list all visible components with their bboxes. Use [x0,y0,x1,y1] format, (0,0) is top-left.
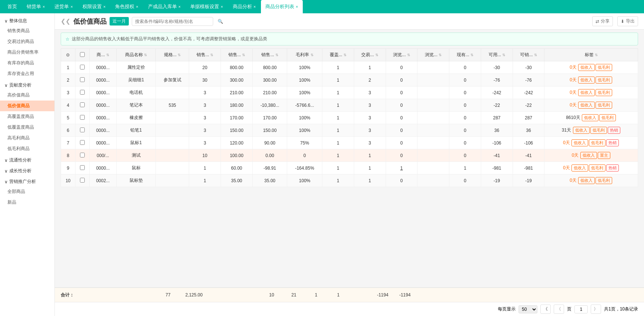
select-all-checkbox[interactable] [80,52,85,57]
cell-browse2 [417,99,449,112]
nav-permission[interactable]: 权限设置 × [78,0,110,13]
sidebar-group-overall[interactable]: ∨ 整体信息 [0,15,54,26]
cell-tags: 31天 低收入低毛利热销 [544,124,638,137]
cell-gross-rate: 100% [287,124,322,137]
cell-checkbox[interactable] [75,124,89,137]
col-tags[interactable]: 标签 ⇅ [544,49,638,61]
nav-close-list[interactable]: × [296,4,298,9]
cell-name: 属性定价 [117,61,156,74]
nav-close-purchase[interactable]: × [70,4,73,9]
cell-checkbox[interactable] [75,149,89,162]
period-button[interactable]: 近一月 [110,17,129,26]
top-nav: 首页 销货单 × 进货单 × 权限设置 × 角色授权 × 产成品入库单 × 单据… [0,0,644,13]
row-checkbox[interactable] [80,115,85,120]
col-settings[interactable]: ⚙ [61,49,76,61]
sidebar-group-growth[interactable]: ∨ 成长性分析 [0,165,54,176]
sidebar-group-circulation[interactable]: ∨ 流通性分析 [0,154,54,165]
sidebar-group-marketing[interactable]: ∨ 营销推广分析 [0,176,54,186]
nav-close-goods[interactable]: × [254,4,256,9]
nav-goods-analysis[interactable]: 商品分析 × [228,0,260,13]
sidebar-item-new-goods[interactable]: 新品 [0,197,54,208]
nav-template-settings[interactable]: 单据模板设置 × [186,0,227,13]
row-checkbox[interactable] [80,102,85,107]
cell-checkbox[interactable] [75,174,89,187]
row-checkbox[interactable] [80,77,85,82]
cell-checkbox[interactable] [75,137,89,149]
search-icon[interactable]: 🔍 [218,19,223,24]
row-checkbox[interactable] [80,140,85,145]
browse-link[interactable]: 1 [400,166,403,171]
col-browse2[interactable]: 浏览... ⇅ [417,49,449,61]
nav-role-auth[interactable]: 角色授权 × [111,0,142,13]
nav-close-sales[interactable]: × [43,4,45,9]
nav-product-inbound[interactable]: 产成品入库单 × [144,0,185,13]
col-name[interactable]: 商品名称 ⇅ [117,49,156,61]
group-label-overall: 整体信息 [9,18,27,24]
col-current-stock[interactable]: 现有... ⇅ [449,49,481,61]
row-checkbox[interactable] [80,153,85,157]
sidebar-item-high-value[interactable]: 高价值商品 [0,90,54,101]
nav-purchase-order[interactable]: 进货单 × [50,0,77,13]
prev-page-btn[interactable]: 〈 [554,305,564,314]
nav-goods-list[interactable]: 商品分析列表 × [261,0,302,13]
sidebar-item-high-coverage[interactable]: 高覆盖度商品 [0,111,54,122]
nav-sales-order[interactable]: 销货单 × [22,0,49,13]
cell-checkbox[interactable] [75,61,89,74]
row-checkbox[interactable] [80,178,85,183]
tag-置主: 置主 [598,152,610,159]
col-gross-rate[interactable]: 毛利率 ⇅ [287,49,322,61]
nav-close-role[interactable]: × [136,4,138,9]
col-sales-amount[interactable]: 销售... ⇅ [221,49,252,61]
sidebar-item-low-coverage[interactable]: 低覆盖度商品 [0,122,54,133]
settings-icon[interactable]: ⚙ [66,52,70,58]
sidebar-item-sales-goods[interactable]: 销售类商品 [0,26,54,36]
col-checkbox[interactable] [75,49,89,61]
first-page-btn[interactable]: 《 [540,305,551,314]
col-qty[interactable]: 销售... ⇅ [189,49,221,61]
sidebar-item-all-goods[interactable]: 全部商品 [0,186,54,197]
cell-checkbox[interactable] [75,112,89,124]
row-checkbox[interactable] [80,65,85,69]
sidebar-item-low-margin[interactable]: 低毛利商品 [0,143,54,154]
col-spec[interactable]: 规格... ⇅ [156,49,189,61]
col-sales-cost[interactable]: 销售... ⇅ [252,49,287,61]
nav-home[interactable]: 首页 [3,0,21,13]
col-browse1[interactable]: 浏览... ⇅ [386,49,417,61]
nav-close-inbound[interactable]: × [178,4,181,9]
cell-checkbox[interactable] [75,99,89,112]
cell-checkbox[interactable] [75,162,89,174]
sidebar-item-high-margin[interactable]: 高毛利商品 [0,133,54,143]
col-coverage[interactable]: 覆盖... ⇅ [322,49,354,61]
nav-close-permission[interactable]: × [103,4,105,9]
next-page-btn[interactable]: 〉 [591,305,601,314]
tag-低毛利: 低毛利 [596,89,612,96]
sidebar-item-low-value[interactable]: 低价值商品 [0,101,54,111]
cell-no: 9 [61,162,76,174]
tag-低收入: 低收入 [582,114,598,121]
nav-close-template[interactable]: × [221,4,223,9]
page-input[interactable] [574,305,588,313]
sidebar-item-traded-goods[interactable]: 交易过的商品 [0,36,54,47]
cell-checkbox[interactable] [75,74,89,86]
sidebar-item-category-sales[interactable]: 商品分类销售率 [0,47,54,58]
sidebar-collapse-btn[interactable]: ❮❮ [61,18,70,25]
share-button[interactable]: ⇄ 分享 [592,16,613,26]
cell-qty: 1 [189,174,221,187]
cell-checkbox[interactable] [75,86,89,99]
cell-coverage: 1 [322,174,354,187]
search-input[interactable] [132,17,213,26]
col-transaction[interactable]: 交易... ⇅ [354,49,386,61]
col-available[interactable]: 可用... ⇅ [481,49,513,61]
row-checkbox[interactable] [80,165,85,170]
sidebar-group-contribution[interactable]: ∨ 贡献度分析 [0,79,54,90]
row-checkbox[interactable] [80,128,85,132]
col-saleable[interactable]: 可销... ⇅ [513,49,544,61]
cell-name: 吴细细1 [117,74,156,86]
per-page-select[interactable]: 50 100 200 [519,305,537,313]
export-button[interactable]: ⬇ 导出 [617,16,638,26]
sidebar-item-stock-capital[interactable]: 库存资金占用 [0,68,54,79]
sidebar-item-stock-goods[interactable]: 有库存的商品 [0,58,54,68]
col-code[interactable]: 商... ⇅ [89,49,116,61]
cell-no: 2 [61,74,76,86]
row-checkbox[interactable] [80,90,85,95]
